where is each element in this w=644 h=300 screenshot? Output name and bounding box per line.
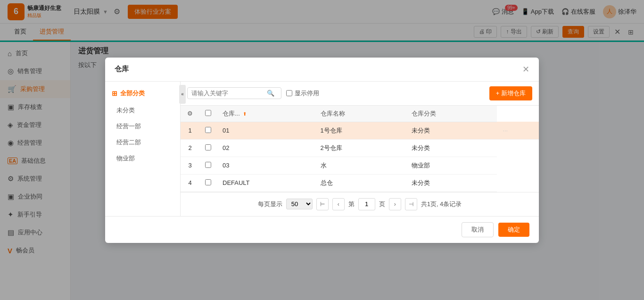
show-disabled-checkbox[interactable] bbox=[286, 90, 292, 96]
row-category: 未分类 bbox=[406, 174, 497, 192]
warehouse-modal: 仓库 ✕ ⊞ 全部分类 « 未分类 经营一部 经营二部 物业部 bbox=[105, 58, 539, 243]
search-box: 🔍 bbox=[187, 87, 281, 99]
warehouse-table: ⚙ 仓库... ⬆ 仓库名称 仓库分类 bbox=[181, 106, 539, 192]
select-all-checkbox[interactable] bbox=[205, 110, 211, 116]
row-checkbox[interactable] bbox=[199, 157, 217, 174]
per-page-label: 每页显示 bbox=[258, 200, 282, 208]
last-page-button[interactable]: ⊣ bbox=[405, 198, 417, 210]
modal-overlay[interactable]: 仓库 ✕ ⊞ 全部分类 « 未分类 经营一部 经营二部 物业部 bbox=[0, 0, 644, 300]
confirm-button[interactable]: 确定 bbox=[498, 223, 529, 237]
row-code: DEFAULT bbox=[217, 174, 315, 192]
row-checkbox[interactable] bbox=[199, 139, 217, 157]
category-property[interactable]: 物业部 bbox=[105, 150, 180, 167]
page-label: 第 bbox=[348, 200, 355, 208]
modal-main: 🔍 显示停用 + 新增仓库 ⚙ bbox=[181, 82, 539, 216]
row-more-icon[interactable]: ··· bbox=[503, 127, 508, 134]
modal-toolbar: 🔍 显示停用 + 新增仓库 bbox=[181, 82, 539, 106]
add-warehouse-button[interactable]: + 新增仓库 bbox=[489, 86, 532, 100]
row-num: 2 bbox=[181, 139, 199, 157]
modal-body: ⊞ 全部分类 « 未分类 经营一部 经营二部 物业部 🔍 bbox=[105, 82, 539, 216]
table-row[interactable]: 4 DEFAULT 总仓 未分类 bbox=[181, 174, 539, 192]
prev-page-button[interactable]: ‹ bbox=[332, 198, 345, 210]
col-name: 仓库名称 bbox=[315, 106, 406, 122]
cancel-button[interactable]: 取消 bbox=[462, 222, 494, 237]
col-checkbox bbox=[199, 106, 217, 122]
show-disabled-label: 显示停用 bbox=[295, 89, 319, 98]
grid-icon: ⊞ bbox=[112, 90, 117, 97]
category-operations-1[interactable]: 经营一部 bbox=[105, 118, 180, 134]
table-row[interactable]: 2 02 2号仓库 未分类 bbox=[181, 139, 539, 157]
first-page-button[interactable]: ⊢ bbox=[316, 198, 329, 210]
category-operations-2[interactable]: 经营二部 bbox=[105, 134, 180, 150]
modal-footer: 取消 确定 bbox=[105, 216, 539, 243]
row-num: 3 bbox=[181, 157, 199, 174]
row-name: 2号仓库 bbox=[315, 139, 406, 157]
next-page-button[interactable]: › bbox=[389, 198, 401, 210]
row-name: 水 bbox=[315, 157, 406, 174]
modal-category-sidebar: ⊞ 全部分类 « 未分类 经营一部 经营二部 物业部 bbox=[105, 82, 181, 216]
sort-icon: ⬆ bbox=[243, 111, 247, 117]
search-input[interactable] bbox=[191, 90, 267, 97]
page-input[interactable] bbox=[358, 198, 375, 210]
page-suffix: 页 bbox=[379, 200, 385, 208]
row-name: 总仓 bbox=[315, 174, 406, 192]
search-icon: 🔍 bbox=[267, 90, 274, 97]
table-row[interactable]: 1 01 1号仓库 未分类 ··· bbox=[181, 122, 539, 139]
row-code: 03 bbox=[217, 157, 315, 174]
per-page-select[interactable]: 50 20 100 bbox=[286, 199, 313, 209]
col-settings: ⚙ bbox=[181, 106, 199, 122]
col-category: 仓库分类 bbox=[406, 106, 497, 122]
modal-header: 仓库 ✕ bbox=[105, 58, 539, 82]
total-records: 共1页, 4条记录 bbox=[421, 200, 462, 208]
row-num: 1 bbox=[181, 122, 199, 139]
row-num: 4 bbox=[181, 174, 199, 192]
show-disabled-checkbox-area: 显示停用 bbox=[286, 89, 319, 98]
row-code: 01 bbox=[217, 122, 315, 139]
row-checkbox[interactable] bbox=[199, 122, 217, 139]
category-unclassified[interactable]: 未分类 bbox=[105, 102, 180, 118]
modal-title: 仓库 bbox=[115, 65, 129, 74]
row-code: 02 bbox=[217, 139, 315, 157]
col-code: 仓库... ⬆ bbox=[217, 106, 315, 122]
row-category: 未分类 bbox=[406, 139, 497, 157]
row-name: 1号仓库 bbox=[315, 122, 406, 139]
modal-close-button[interactable]: ✕ bbox=[522, 64, 529, 75]
collapse-sidebar-button[interactable]: « bbox=[179, 85, 186, 104]
row-category: 未分类 bbox=[406, 122, 497, 139]
table-row[interactable]: 3 03 水 物业部 bbox=[181, 157, 539, 174]
all-category-header[interactable]: ⊞ 全部分类 « bbox=[105, 86, 180, 102]
row-checkbox[interactable] bbox=[199, 174, 217, 192]
pagination: 每页显示 50 20 100 ⊢ ‹ 第 页 › ⊣ 共1页, 4条记录 bbox=[181, 192, 539, 216]
row-category: 物业部 bbox=[406, 157, 497, 174]
